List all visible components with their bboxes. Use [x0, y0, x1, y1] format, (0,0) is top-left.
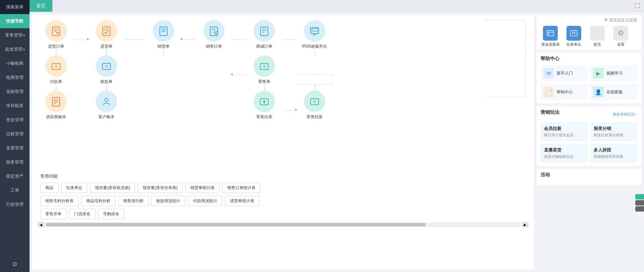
center-panel: 进货订单 进货单 [32, 15, 534, 269]
scroll-left-button[interactable]: ◀ [38, 222, 44, 227]
side-float-service[interactable]: 客服热线 [635, 194, 644, 199]
help-item-video[interactable]: ▶ 视频学习 [590, 65, 637, 81]
sidebar-item-inventory[interactable]: 库存核算 [0, 99, 30, 113]
func-btn-sales-rank[interactable]: 销售排行榜 [118, 196, 148, 206]
func-btn-stock-status[interactable]: 现存量(库存状况表) [90, 183, 135, 193]
func-btn-sales-order-stat[interactable]: 销售订单统计表 [222, 183, 261, 193]
node-sales-order[interactable]: 销售订单 [195, 20, 232, 49]
marketing-item-live[interactable]: 直播卖货 场景式购物新玩法 [541, 144, 588, 163]
sidebar-item-payroll[interactable]: 工资 [0, 183, 30, 197]
node-sales-bill-label: 销货单 [157, 44, 170, 49]
side-float-community[interactable]: 服务社区 [635, 200, 644, 206]
func-btn-payment-stat[interactable]: 付款情况统计 [188, 196, 222, 206]
sidebar-item-ecommerce[interactable]: 小畅电商 [0, 56, 30, 71]
marketing-more-link[interactable]: 更多营销玩法 › [613, 112, 637, 117]
func-btn-partners[interactable]: 往来单位 [61, 183, 87, 193]
fullscreen-button[interactable]: ⛶ [631, 3, 644, 9]
help-grid: ✉ 新手入门 ▶ 视频学习 📄 帮助中心 👤 在线客服 [541, 65, 637, 100]
sidebar-item-ecom-mgmt[interactable]: 电商管理 [0, 71, 30, 85]
node-pos[interactable]: POS收银开台 [296, 20, 333, 49]
svg-text:¥: ¥ [105, 64, 108, 69]
quick-access-section: ⚙ 首页自定义设置 资金流量表 往来单位 [537, 15, 641, 50]
node-purchase-bill-label: 进货单 [100, 44, 112, 49]
mi-live-title: 直播卖货 [544, 147, 584, 153]
node-mall-order[interactable]: 商城订单 [246, 20, 283, 49]
node-receipt[interactable]: ¥ 收款单 [88, 55, 125, 85]
qi-settings[interactable]: ⚙ 设置 [611, 26, 631, 47]
node-purchase-order[interactable]: 进货订单 [38, 20, 75, 49]
node-retail-out-label: 零售出库 [256, 114, 272, 120]
func-btn-stock-dist[interactable]: 现存量(库存分布表) [138, 183, 183, 193]
qi-partners[interactable]: 往来单位 [564, 26, 584, 47]
help-item-beginner[interactable]: ✉ 新手入门 [541, 65, 588, 81]
mi-group-desc: 拼团购物享受优惠 [594, 154, 634, 159]
func-btn-purchase-stat[interactable]: 进货单统计表 [225, 196, 259, 206]
marketing-grid: 会员拉新 吸引用户成为会员 裂变分销 裂变式发展分销商 直播卖货 场景式购物新玩… [541, 122, 637, 163]
func-btn-receipt-stat[interactable]: 收款情况统计 [151, 196, 185, 206]
svg-rect-7 [160, 27, 167, 36]
sidebar-item-ledger[interactable]: 总账管理 [0, 127, 30, 141]
marketing-item-group[interactable]: 多人拼团 拼团购物享受优惠 [590, 144, 637, 163]
node-payment[interactable]: ¥ 付款单 [38, 55, 75, 85]
node-retail-bill[interactable]: ¥ 零售单 [246, 55, 283, 85]
qi-settings-label: 设置 [617, 42, 625, 47]
node-receipt-label: 收款单 [100, 79, 112, 85]
func-btn-store-rank[interactable]: 门店排名 [69, 209, 95, 219]
scroll-track[interactable] [46, 223, 520, 227]
func-btn-goods-margin[interactable]: 商品毛利分析 [81, 196, 116, 206]
page-body: 进货订单 进货单 [30, 12, 644, 272]
func-btn-sales-margin[interactable]: 销售毛利分析表 [40, 196, 79, 206]
quick-access-header: ⚙ 首页自定义设置 [541, 17, 637, 23]
sidebar-quicknav[interactable]: 快捷导航 [0, 14, 30, 28]
marketing-item-fission[interactable]: 裂变分销 裂变式发展分销商 [590, 122, 637, 141]
func-btn-guide-rank[interactable]: 导购排名 [98, 209, 124, 219]
side-float-buttons: 客服热线 服务社区 桌面快捷 [635, 194, 644, 212]
node-purchase-bill[interactable]: 进货单 [88, 20, 125, 49]
sidebar-item-retail[interactable]: 零售管理 ▾ [0, 28, 30, 42]
sidebar-item-wholesale[interactable]: 批发管理 ▾ [0, 42, 30, 56]
node-supplier-account[interactable]: 供应商账本 [38, 91, 75, 120]
node-retail-settle[interactable]: ¥ 零售结算 [296, 91, 333, 120]
qi-cashflow-label: 资金流量表 [541, 42, 560, 47]
mi-fission-title: 裂变分销 [594, 126, 634, 132]
node-retail-out[interactable]: 零售出库 [246, 91, 283, 120]
common-functions: 常用功能 商品 往来单位 现存量(库存状况表) 现存量(库存分布表) 销货单统计… [38, 173, 528, 219]
sidebar-item-finance[interactable]: 资金管理 [0, 113, 30, 127]
func-btn-retail-order[interactable]: 零售开单 [40, 209, 66, 219]
sidebar-item-tax[interactable]: 税务管理 [0, 155, 30, 169]
arrow-sales-order-to-bill: ◀ [182, 40, 195, 49]
func-btn-sales-stat[interactable]: 销货单统计表 [185, 183, 220, 193]
sidebar-item-purchase[interactable]: 采购管理 [0, 85, 30, 99]
svg-rect-43 [570, 31, 577, 36]
help-service-label: 在线客服 [606, 89, 623, 95]
node-sales-bill[interactable]: 销货单 [145, 20, 182, 49]
qi-partners-icon [566, 26, 581, 41]
tab-bar: 首页 ⛶ [30, 0, 644, 12]
right-panel: ⚙ 首页自定义设置 资金流量表 往来单位 [537, 12, 644, 272]
customize-label[interactable]: 首页自定义设置 [609, 17, 637, 23]
qi-empty-icon [590, 26, 605, 41]
sidebar-item-admin[interactable]: 行政管理 [0, 197, 30, 212]
sidebar-item-invoice[interactable]: 发票管理 [0, 141, 30, 155]
sidebar-settings-icon[interactable]: ⚙ [0, 257, 30, 272]
node-purchase-order-label: 进货订单 [48, 44, 64, 49]
node-customer-account-label: 客户账本 [98, 114, 114, 120]
help-section: 帮助中心 ✉ 新手入门 ▶ 视频学习 📄 帮助中心 👤 [537, 52, 641, 103]
svg-rect-31 [52, 97, 60, 106]
marketing-item-member[interactable]: 会员拉新 吸引用户成为会员 [541, 122, 588, 141]
sidebar-search[interactable]: 搜索菜单 [0, 0, 30, 14]
help-item-help[interactable]: 📄 帮助中心 [541, 84, 588, 100]
sidebar: 搜索菜单 快捷导航 零售管理 ▾ 批发管理 ▾ 小畅电商 电商管理 采购管理 库… [0, 0, 30, 272]
side-float-desktop[interactable]: 桌面快捷 [635, 206, 644, 212]
func-btn-goods[interactable]: 商品 [40, 183, 58, 193]
tab-home[interactable]: 首页 [30, 0, 52, 12]
node-customer-account[interactable]: 客户账本 [88, 91, 125, 120]
node-payment-label: 付款单 [50, 79, 62, 85]
help-item-service[interactable]: 👤 在线客服 [590, 84, 637, 100]
quick-icons: 资金流量表 往来单位 暂无 ⚙ 设置 [541, 26, 637, 47]
sidebar-item-fixedasset[interactable]: 固定资产 [0, 169, 30, 183]
func-btn-row-1: 商品 往来单位 现存量(库存状况表) 现存量(库存分布表) 销货单统计表 销售订… [40, 183, 526, 193]
qi-cashflow[interactable]: 资金流量表 [541, 26, 560, 47]
flow-diagram: 进货订单 进货单 [38, 20, 528, 168]
scroll-right-button[interactable]: ▶ [522, 222, 528, 227]
